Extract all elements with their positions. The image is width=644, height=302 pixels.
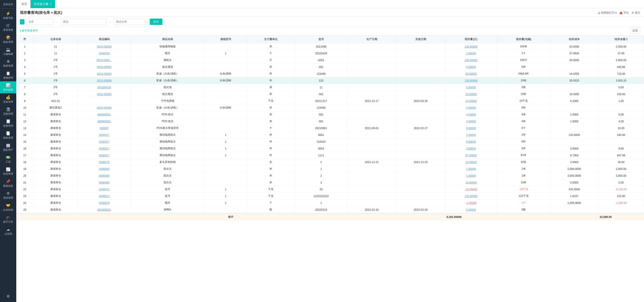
cell-qty-main[interactable]: -1.00000 (445, 200, 497, 206)
cell-code[interactable]: 0000012 (78, 193, 131, 200)
table-row: 72号001000026批次泡床110.000000床0.00 (16, 84, 644, 91)
cell-seq: 17 (16, 152, 33, 159)
cell-exp-date: 2022-03-26 (396, 98, 445, 104)
cell-qty-main[interactable]: 3.00000 (445, 145, 497, 152)
cell-code[interactable]: 0000078 (78, 159, 131, 166)
print-dropdown-icon[interactable]: ▾ (615, 11, 617, 15)
cell-code[interactable] (78, 98, 131, 104)
cell-qty-main[interactable]: 49.60000 (445, 70, 497, 77)
sidebar-item-ecommerce[interactable]: 🖥 电商管理 (0, 58, 16, 69)
cell-code[interactable]: 001000026 (78, 84, 131, 91)
cell-amount: 9.00 (598, 145, 644, 152)
sidebar-item-fixed-assets[interactable]: 🏢 固定资产 (0, 141, 16, 153)
cell-code[interactable]: 0023-00005 (78, 64, 131, 70)
cell-qty-main[interactable]: 0.00000 (445, 138, 497, 145)
cell-qty-main[interactable]: 4.00000 (445, 118, 497, 125)
cell-qty-main[interactable]: 1.00000 (445, 166, 497, 172)
sidebar-item-collab[interactable]: 🤝 企业协同 (0, 201, 16, 213)
data-table-container: 序 仓库名称 商品编码 商品名称 规格型号 主计量单位 批号 生产日期 失效日期… (16, 36, 644, 302)
cell-code[interactable]: 0000017 (78, 145, 131, 152)
sidebar-logo[interactable]: 搜索菜单 (0, 2, 16, 9)
tab-close-icon[interactable]: ✕ (50, 3, 52, 6)
cell-qty-main[interactable]: 87.00000 (445, 152, 497, 159)
sidebar-item-retail[interactable]: 🛒 零售管理 (0, 22, 16, 34)
sidebar-item-inventory[interactable]: 📊 库存核算 (0, 81, 16, 93)
sidebar-item-wholesale[interactable]: 📦 批发管理 (0, 34, 16, 46)
cell-qty-main[interactable]: 0.00000 (445, 206, 497, 213)
cell-code[interactable]: 0023-00005 (78, 91, 131, 98)
cell-qty-main[interactable]: 0.00000 (445, 84, 497, 91)
cell-qty-main[interactable]: 10.00000 (445, 159, 497, 166)
cell-code[interactable]: 0000084 (78, 172, 131, 179)
cell-qty-main[interactable]: 10.00000 (445, 179, 497, 186)
sidebar-item-guide[interactable]: 🎓 新手引导 (0, 213, 16, 225)
cell-qty-main[interactable]: -16.00000 (445, 186, 497, 193)
cell-qty-main[interactable]: 10.00000 (445, 98, 497, 104)
cell-code[interactable]: 0000084 (78, 166, 131, 172)
export-action[interactable]: 📤 导出 (619, 11, 629, 15)
table-row: 12晟省裕仓000900001POS 批次米0014.000004米1.0000… (16, 118, 644, 125)
cell-name: 测试电商批次 (131, 132, 205, 138)
cell-code[interactable]: 000900001 (78, 111, 131, 118)
cell-qty-main[interactable]: 122.00000 (445, 193, 497, 200)
cell-code[interactable]: 0023-00008 (78, 77, 131, 84)
cell-amount: 3,505.15 (598, 77, 644, 84)
warehouse-filter[interactable] (26, 19, 54, 25)
sidebar-item-nav[interactable]: ⚡ 快捷导航 (0, 10, 16, 22)
cell-code[interactable]: 0000029 (78, 200, 131, 206)
cell-qty-main[interactable]: 10.00000 (445, 91, 497, 98)
sidebar-item-purchase[interactable]: 📋 采购管理 (0, 69, 16, 81)
sidebar-item-basic-info[interactable]: 📌 基础信息 (0, 177, 16, 189)
search-button[interactable]: 查询 (150, 19, 162, 25)
filter-expand-btn[interactable]: › (20, 19, 24, 25)
cell-exp-date (396, 43, 445, 50)
display-action[interactable]: 👁 展示 (632, 11, 640, 15)
cell-code[interactable]: 0000084 (78, 179, 131, 186)
cell-qty-main[interactable]: 100.00000 (445, 43, 497, 50)
cell-batch: 001 (295, 118, 348, 125)
settings-button[interactable]: 设置 (630, 28, 640, 34)
cell-code[interactable]: 0000029 (78, 50, 131, 57)
cell-qty-main[interactable]: 4.00000 (445, 111, 497, 118)
cell-code[interactable]: 000097 (78, 125, 131, 132)
cell-amount: 716.00 (598, 70, 644, 77)
sidebar-item-ecommerce-small[interactable]: 💻 小融电商 (0, 46, 16, 58)
cell-qty-main[interactable]: 1.00000 (445, 172, 497, 179)
print-action[interactable]: 🖨 按模版打印 ▾ (598, 11, 617, 15)
cell-qty-main[interactable]: 0.00000 (445, 64, 497, 70)
cell-qty-main[interactable]: 100.00000 (445, 57, 497, 64)
cell-qty-pkg: 1米 (497, 172, 550, 179)
expand-conditions-link[interactable]: ▾ 展开更多条件 (20, 29, 38, 33)
cell-code[interactable]: 000900001 (78, 118, 131, 125)
cell-seq: 21 (16, 179, 33, 186)
cell-code[interactable]: 001000031 (78, 206, 131, 213)
cell-qty-main[interactable]: 1.00000 (445, 50, 497, 57)
settings-gear-icon[interactable]: ⚙ (1, 292, 16, 300)
cell-warehouse: 晟省裕仓 (33, 200, 78, 206)
cell-code[interactable]: 0023-00005 (78, 70, 131, 77)
cell-code[interactable]: 0023-00009 (78, 43, 131, 50)
cell-code[interactable]: 0000017 (78, 132, 131, 138)
cell-code[interactable]: 0023-0000... (78, 57, 131, 64)
sidebar-item-ledger[interactable]: 📓 总账管理 (0, 105, 16, 117)
tab-home-label: 首页 (21, 2, 27, 6)
cell-code[interactable]: 0000017 (78, 152, 131, 159)
sidebar-item-tax[interactable]: 📑 税务管理 (0, 129, 16, 141)
sidebar-item-cloud[interactable]: ☁ 云应用 (0, 225, 16, 237)
cell-code[interactable]: 0000012 (78, 186, 131, 193)
cell-qty-main[interactable]: 0.00000 (445, 125, 497, 132)
cell-code[interactable]: 0023-00008 (78, 104, 131, 111)
sidebar-item-finance[interactable]: 💰 资金管理 (0, 93, 16, 105)
sidebar-item-invoice[interactable]: 🧾 发票管理 (0, 117, 16, 129)
tab-inventory-batch[interactable]: 库存批次量 ✕ (30, 0, 55, 8)
sidebar-item-system[interactable]: ⚙ 系统管理 (0, 189, 16, 201)
sidebar-item-management[interactable]: 📈 经营管理 (0, 165, 16, 177)
category-filter[interactable] (114, 19, 148, 25)
cell-qty-main[interactable]: 0.00000 (445, 104, 497, 111)
product-filter[interactable] (61, 19, 106, 25)
cell-code[interactable]: 0000017 (78, 138, 131, 145)
tab-home[interactable]: 首页 (18, 0, 30, 8)
sidebar-item-payroll[interactable]: 💵 工资 (0, 153, 16, 165)
cell-qty-main[interactable]: 100.00000 (445, 77, 497, 84)
cell-qty-main[interactable]: 2.00000 (445, 132, 497, 138)
